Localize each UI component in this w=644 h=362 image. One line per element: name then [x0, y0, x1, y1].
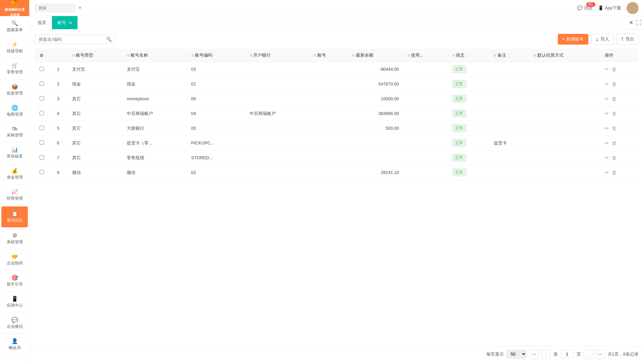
page-size-select[interactable]: 50 100 200 [506, 350, 527, 358]
th-default-settle[interactable]: 默认结算方式 [530, 49, 601, 62]
td-remark [490, 165, 529, 180]
td-type: 其它 [68, 136, 123, 150]
th-code[interactable]: 账号编码 [187, 49, 246, 62]
edit-icon[interactable]: ✏ [605, 140, 609, 146]
th-remark[interactable]: 备注 [490, 49, 529, 62]
sidebar-item-search-orders[interactable]: 🔍搜索菜单 [0, 16, 29, 37]
edit-icon[interactable]: ✏ [605, 81, 609, 87]
add-account-button[interactable]: + 新增账号 [558, 34, 588, 45]
row-checkbox[interactable] [40, 170, 44, 174]
delete-icon[interactable]: 🗑 [612, 140, 617, 146]
th-name[interactable]: 账号名称 [123, 49, 187, 62]
edit-icon[interactable]: ✏ [605, 170, 609, 176]
table-body: 1 支付宝 支付宝 03 -90444.00 正常 ✏ 🗑 2 现金 现金 01… [35, 62, 639, 180]
td-status: 正常 [448, 136, 490, 150]
export-button[interactable]: ⤒ 导出 [616, 34, 639, 45]
action-icons: ✏ 🗑 [605, 140, 635, 146]
th-gear[interactable]: ⚙ [35, 49, 48, 62]
td-default-settle [530, 136, 601, 150]
sidebar-item-wholesale-mgmt[interactable]: 📦批发管理 [0, 79, 29, 101]
td-action: ✏ 🗑 [601, 150, 639, 165]
status-badge: 正常 [452, 169, 466, 176]
tab-accounts[interactable]: 账号✕ [52, 16, 78, 29]
topbar-search-input[interactable] [35, 4, 75, 12]
tabbar-close-all[interactable]: ✕ [629, 19, 633, 26]
td-name: 支付宝 [123, 62, 187, 77]
sidebar-item-enterprise-agree[interactable]: 🤝企业协同 [0, 249, 29, 270]
delete-icon[interactable]: 🗑 [612, 96, 617, 102]
user-avatar[interactable] [627, 2, 639, 14]
sidebar-item-system-mgmt[interactable]: ⚙系统管理 [0, 228, 29, 249]
tabbar-maximize[interactable]: ⛶ [636, 19, 641, 26]
td-index: 4 [48, 106, 68, 121]
topbar-dropdown-icon[interactable]: ▼ [78, 5, 82, 10]
sidebar-item-purchase-mgmt[interactable]: 🛍采购管理 [0, 122, 29, 142]
td-checkbox[interactable] [35, 62, 48, 77]
sidebar-item-newbie-guide[interactable]: 🎯新手引导 [0, 270, 29, 292]
th-account[interactable]: 账号 [310, 49, 348, 62]
th-type[interactable]: 账号类型 [68, 49, 123, 62]
sidebar-label-basic-info: 基础信息 [7, 218, 23, 223]
prev-page-button[interactable]: ‹ [541, 350, 551, 359]
th-balance[interactable]: 最新余额 [348, 49, 403, 62]
row-checkbox[interactable] [40, 126, 44, 130]
th-usage[interactable]: 使用... [403, 49, 448, 62]
delete-icon[interactable]: 🗑 [612, 125, 617, 131]
th-bank[interactable]: 开户银行 [246, 49, 310, 62]
th-status[interactable]: 状态 [448, 49, 490, 62]
td-checkbox[interactable] [35, 165, 48, 180]
td-name: 中百商场账户 [123, 106, 187, 121]
topbar-message[interactable]: 💬 消息 99+ [577, 5, 593, 11]
td-balance: 28241.10 [348, 165, 403, 180]
status-badge: 正常 [452, 95, 466, 103]
td-usage [403, 92, 448, 106]
delete-icon[interactable]: 🗑 [612, 111, 617, 116]
sidebar-item-ecommerce-mgmt[interactable]: 🌐电商管理 [0, 101, 29, 122]
row-checkbox[interactable] [40, 67, 44, 71]
edit-icon[interactable]: ✏ [605, 66, 609, 72]
delete-icon[interactable]: 🗑 [612, 66, 617, 72]
sidebar-item-quick-nav[interactable]: ⚡快捷导航 [0, 37, 29, 58]
row-checkbox[interactable] [40, 96, 44, 101]
td-index: 6 [48, 136, 68, 150]
import-button[interactable]: ⤓ 导入 [591, 34, 613, 45]
delete-icon[interactable]: 🗑 [612, 170, 617, 175]
edit-icon[interactable]: ✏ [605, 111, 609, 117]
delete-icon[interactable]: 🗑 [612, 81, 617, 87]
edit-icon[interactable]: ✏ [605, 125, 609, 131]
tab-home[interactable]: 首页 [32, 16, 52, 29]
td-checkbox[interactable] [35, 121, 48, 136]
topbar-app-download[interactable]: 📱 App下载 [598, 5, 621, 11]
td-checkbox[interactable] [35, 106, 48, 121]
page-input[interactable] [560, 350, 574, 358]
sidebar-item-finance-mgmt[interactable]: 💰资金管理 [0, 164, 29, 185]
sidebar-item-enterprise-wechat[interactable]: 💬企业微信 [0, 313, 29, 334]
sidebar-item-basic-info[interactable]: 📋基础信息 [1, 206, 28, 228]
td-type: 微信 [68, 165, 123, 180]
sidebar-item-inventory[interactable]: 📊库存核算 [0, 142, 29, 164]
sidebar-item-retail-mgmt[interactable]: 🛒零售管理 [0, 58, 29, 79]
search-input[interactable] [39, 37, 106, 42]
edit-icon[interactable]: ✏ [605, 96, 609, 102]
last-page-button[interactable]: ⏭ [596, 350, 605, 359]
td-remark [490, 62, 529, 77]
delete-icon[interactable]: 🗑 [612, 155, 617, 161]
td-usage [403, 106, 448, 121]
logo-brand: 精准爆财生意 [5, 7, 25, 12]
first-page-button[interactable]: ⏮ [529, 350, 539, 359]
row-checkbox[interactable] [40, 81, 44, 86]
td-checkbox[interactable] [35, 77, 48, 92]
td-checkbox[interactable] [35, 136, 48, 150]
edit-icon[interactable]: ✏ [605, 155, 609, 161]
row-checkbox[interactable] [40, 111, 44, 115]
row-checkbox[interactable] [40, 155, 44, 160]
sidebar-item-member[interactable]: 👤畅会员 [0, 334, 29, 355]
sidebar-item-business-mgmt[interactable]: 📈经营管理 [0, 185, 29, 206]
td-checkbox[interactable] [35, 92, 48, 106]
td-checkbox[interactable] [35, 150, 48, 165]
row-checkbox[interactable] [40, 140, 44, 145]
next-page-button[interactable]: › [584, 350, 593, 359]
tab-close-accounts[interactable]: ✕ [69, 20, 72, 25]
sidebar-item-app-center[interactable]: 📱应用中心 [0, 292, 29, 313]
sidebar-icon-ecommerce-mgmt: 🌐 [1, 105, 28, 111]
